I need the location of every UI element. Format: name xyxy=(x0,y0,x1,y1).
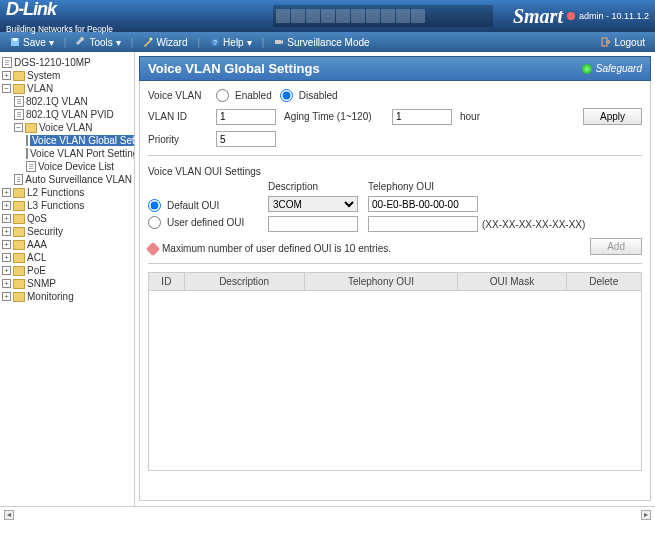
app-header: D-Link Building Networks for People Smar… xyxy=(0,0,655,32)
tel-col-label: Telephony OUI xyxy=(368,181,585,192)
disabled-radio[interactable] xyxy=(280,89,293,102)
svg-point-2 xyxy=(150,38,153,41)
tree-system[interactable]: System xyxy=(27,70,60,81)
aging-unit: hour xyxy=(460,111,480,122)
device-icon xyxy=(2,57,12,68)
page-icon xyxy=(14,174,23,185)
expand-icon[interactable]: + xyxy=(2,240,11,249)
wizard-button[interactable]: Wizard xyxy=(139,35,191,50)
table-empty-body xyxy=(148,291,642,471)
desc-col-label: Description xyxy=(268,181,358,192)
enabled-radio[interactable] xyxy=(216,89,229,102)
folder-icon xyxy=(13,71,25,81)
disk-icon xyxy=(10,37,20,47)
vlan-id-input[interactable] xyxy=(216,109,276,125)
expand-icon[interactable]: + xyxy=(2,214,11,223)
help-menu[interactable]: ? Help▾ xyxy=(206,35,256,50)
page-icon xyxy=(14,96,24,107)
folder-icon xyxy=(13,266,25,276)
enabled-label: Enabled xyxy=(235,90,272,101)
tel-hint: (XX-XX-XX-XX-XX-XX) xyxy=(482,219,585,230)
save-menu[interactable]: Save▾ xyxy=(6,35,58,50)
voice-vlan-label: Voice VLAN xyxy=(148,90,208,101)
collapse-icon[interactable]: − xyxy=(14,123,23,132)
tree-auto-surveillance[interactable]: Auto Surveillance VLAN xyxy=(25,174,132,185)
expand-icon[interactable]: + xyxy=(2,71,11,80)
surveillance-button[interactable]: Surveillance Mode xyxy=(270,35,373,50)
page-icon xyxy=(26,135,28,146)
logout-button[interactable]: Logout xyxy=(597,35,649,50)
tree-aaa[interactable]: AAA xyxy=(27,239,47,250)
content-area: Voice VLAN Global Settings Safeguard Voi… xyxy=(135,52,655,506)
tree-voice-device[interactable]: Voice Device List xyxy=(38,161,114,172)
expand-icon[interactable]: + xyxy=(2,201,11,210)
tree-monitoring[interactable]: Monitoring xyxy=(27,291,74,302)
panel-title: Voice VLAN Global Settings Safeguard xyxy=(139,56,651,81)
shield-icon xyxy=(582,64,592,74)
expand-icon[interactable]: + xyxy=(2,279,11,288)
tree-security[interactable]: Security xyxy=(27,226,63,237)
tree-snmp[interactable]: SNMP xyxy=(27,278,56,289)
nav-sidebar: DGS-1210-10MP +System −VLAN 802.1Q VLAN … xyxy=(0,52,135,506)
svg-text:?: ? xyxy=(213,39,217,46)
col-desc: Description xyxy=(184,273,304,291)
expand-icon[interactable]: + xyxy=(2,253,11,262)
add-button[interactable]: Add xyxy=(590,238,642,255)
tree-voice-global[interactable]: Voice VLAN Global Settings xyxy=(30,135,135,146)
svg-rect-5 xyxy=(275,40,281,44)
apply-button[interactable]: Apply xyxy=(583,108,642,125)
tel-default-input[interactable] xyxy=(368,196,478,212)
user-oui-radio[interactable] xyxy=(148,216,161,229)
brand-logo: D-Link Building Networks for People xyxy=(6,0,113,34)
page-icon xyxy=(26,161,36,172)
tree-l2[interactable]: L2 Functions xyxy=(27,187,84,198)
folder-icon xyxy=(13,188,25,198)
default-oui-radio[interactable] xyxy=(148,199,161,212)
svg-rect-1 xyxy=(13,38,17,41)
max-note: Maximum number of user defined OUI is 10… xyxy=(148,243,391,254)
tree-acl[interactable]: ACL xyxy=(27,252,46,263)
wand-icon xyxy=(143,37,153,47)
tree-voice-vlan[interactable]: Voice VLAN xyxy=(39,122,92,133)
col-mask: OUI Mask xyxy=(458,273,566,291)
aging-input[interactable] xyxy=(392,109,452,125)
product-label: Smart xyxy=(513,5,563,28)
logout-icon xyxy=(601,37,611,47)
tree-8021q-vlan[interactable]: 802.1Q VLAN xyxy=(26,96,88,107)
expand-icon[interactable]: + xyxy=(2,188,11,197)
expand-icon[interactable]: + xyxy=(2,227,11,236)
folder-icon xyxy=(13,292,25,302)
expand-icon[interactable]: + xyxy=(2,266,11,275)
vlan-id-label: VLAN ID xyxy=(148,111,208,122)
folder-icon xyxy=(13,84,25,94)
tree-qos[interactable]: QoS xyxy=(27,213,47,224)
switch-graphic xyxy=(273,5,493,27)
admin-info: admin - 10.11.1.2 xyxy=(567,11,649,21)
tree-voice-port[interactable]: Voice VLAN Port Settings xyxy=(30,148,135,159)
tools-menu[interactable]: Tools▾ xyxy=(72,35,124,50)
help-icon: ? xyxy=(210,37,220,47)
scroll-left-button[interactable]: ◂ xyxy=(4,510,14,520)
folder-icon xyxy=(13,253,25,263)
tree-l3[interactable]: L3 Functions xyxy=(27,200,84,211)
col-id: ID xyxy=(149,273,185,291)
folder-icon xyxy=(13,201,25,211)
top-toolbar: Save▾ | Tools▾ | Wizard | ? Help▾ | Surv… xyxy=(0,32,655,52)
tree-vlan[interactable]: VLAN xyxy=(27,83,53,94)
desc-select[interactable]: 3COM xyxy=(268,196,358,212)
tree-poe[interactable]: PoE xyxy=(27,265,46,276)
collapse-icon[interactable]: − xyxy=(2,84,11,93)
folder-icon xyxy=(13,227,25,237)
expand-icon[interactable]: + xyxy=(2,292,11,301)
folder-icon xyxy=(13,214,25,224)
safeguard-badge: Safeguard xyxy=(582,63,642,74)
priority-input[interactable] xyxy=(216,131,276,147)
tel-user-input[interactable] xyxy=(368,216,478,232)
desc-user-input[interactable] xyxy=(268,216,358,232)
aging-label: Aging Time (1~120) xyxy=(284,111,384,122)
tree-root[interactable]: DGS-1210-10MP xyxy=(2,56,132,69)
tree-8021q-pvid[interactable]: 802.1Q VLAN PVID xyxy=(26,109,114,120)
scroll-right-button[interactable]: ▸ xyxy=(641,510,651,520)
folder-icon xyxy=(13,279,25,289)
page-icon xyxy=(26,148,28,159)
